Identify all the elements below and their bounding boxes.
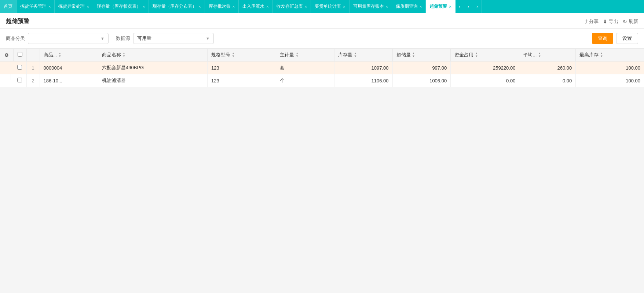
nav-inventory-status[interactable]: 现存量（库存状况表） × bbox=[93, 0, 149, 13]
row-stock: 1106.00 bbox=[334, 74, 392, 87]
datasource-filter-group: 数据源 可用量 ▼ bbox=[116, 33, 214, 44]
close-icon[interactable]: × bbox=[420, 4, 422, 9]
sort-icon: ▲▼ bbox=[412, 52, 415, 58]
query-button[interactable]: 查询 bbox=[592, 33, 613, 44]
row-checkbox[interactable] bbox=[17, 65, 22, 70]
close-icon[interactable]: × bbox=[48, 4, 51, 9]
export-icon: ⬇ bbox=[603, 19, 607, 25]
sort-icon: ▲▼ bbox=[475, 52, 478, 58]
close-icon[interactable]: × bbox=[305, 4, 307, 9]
col-product-code[interactable]: 商品... ▲▼ bbox=[40, 49, 98, 62]
sort-icon: ▲▼ bbox=[600, 52, 603, 58]
close-icon[interactable]: × bbox=[343, 4, 345, 9]
nav-prev-arrow[interactable]: ‹ bbox=[455, 0, 464, 13]
row-stock: 1097.00 bbox=[334, 62, 392, 74]
refresh-button[interactable]: ↻ 刷新 bbox=[623, 18, 638, 25]
category-label: 商品分类 bbox=[6, 35, 25, 42]
column-settings-icon[interactable]: ⚙ bbox=[4, 52, 9, 58]
nav-summary[interactable]: 收发存汇总表 × bbox=[273, 0, 311, 13]
nav-order-stats[interactable]: 要货单统计表 × bbox=[311, 0, 349, 13]
row-unit: 套 bbox=[276, 62, 334, 74]
row-spec: 123 bbox=[208, 62, 276, 74]
close-icon[interactable]: × bbox=[449, 4, 451, 9]
row-overstock: 997.00 bbox=[392, 62, 451, 74]
table-container: ⚙ 商品... ▲▼ 商品名称 bbox=[0, 49, 644, 87]
sort-icon: ▲▼ bbox=[58, 52, 61, 58]
row-checkbox-cell[interactable] bbox=[13, 62, 26, 74]
nav-shelf-life[interactable]: 保质期查询 × bbox=[392, 0, 426, 13]
nav-more-arrow[interactable]: › bbox=[473, 0, 482, 13]
header-actions: ⤴ 分享 ⬇ 导出 ↻ 刷新 bbox=[585, 18, 638, 25]
select-all-checkbox[interactable] bbox=[18, 52, 22, 57]
row-settings-cell bbox=[0, 74, 11, 80]
chevron-down-icon: ▼ bbox=[100, 36, 105, 41]
close-icon[interactable]: × bbox=[198, 4, 201, 9]
table-row: 1 0000004 六配套新昌490BPG 123 套 1097.00 997.… bbox=[0, 62, 644, 74]
col-unit[interactable]: 主计量 ▲▼ bbox=[276, 49, 334, 62]
col-product-name[interactable]: 商品名称 ▲▼ bbox=[98, 49, 208, 62]
share-icon: ⤴ bbox=[585, 19, 588, 25]
top-nav: 首页 拣货任务管理 × 拣货异常处理 × 现存量（库存状况表） × 现存量（库存… bbox=[0, 0, 644, 13]
col-avg[interactable]: 平均... ▲▼ bbox=[519, 49, 576, 62]
nav-next-arrow[interactable]: › bbox=[464, 0, 473, 13]
row-avg: 260.00 bbox=[519, 62, 576, 74]
col-rownum bbox=[26, 49, 40, 62]
table-header-row: ⚙ 商品... ▲▼ 商品名称 bbox=[0, 49, 644, 62]
filter-area: 商品分类 ▼ 数据源 可用量 ▼ 查询 设置 bbox=[0, 29, 644, 49]
close-icon[interactable]: × bbox=[386, 4, 388, 9]
sort-icon: ▲▼ bbox=[296, 52, 299, 58]
close-icon[interactable]: × bbox=[143, 4, 145, 9]
row-settings-cell bbox=[0, 62, 11, 67]
row-overstock: 1006.00 bbox=[392, 74, 451, 87]
row-spec: 123 bbox=[208, 74, 276, 87]
nav-available-stock[interactable]: 可用量库存账本 × bbox=[350, 0, 392, 13]
row-capital: 259220.00 bbox=[451, 62, 519, 74]
data-table: ⚙ 商品... ▲▼ 商品名称 bbox=[0, 49, 644, 87]
filter-actions: 查询 设置 bbox=[592, 33, 638, 44]
table-row: 2 186-10... 机油滤清器 123 个 1106.00 1006.00 … bbox=[0, 74, 644, 87]
col-settings[interactable]: ⚙ bbox=[0, 49, 13, 62]
export-button[interactable]: ⬇ 导出 bbox=[603, 18, 618, 25]
close-icon[interactable]: × bbox=[233, 4, 235, 9]
nav-inventory-dist[interactable]: 现存量（库存分布表） × bbox=[149, 0, 205, 13]
share-button[interactable]: ⤴ 分享 bbox=[585, 18, 599, 25]
close-icon[interactable]: × bbox=[87, 4, 89, 9]
refresh-icon: ↻ bbox=[623, 19, 627, 25]
row-product-name: 机油滤清器 bbox=[98, 74, 208, 87]
row-unit: 个 bbox=[276, 74, 334, 87]
row-product-code: 0000004 bbox=[40, 62, 98, 74]
col-capital[interactable]: 资金占用 ▲▼ bbox=[451, 49, 519, 62]
col-max-stock[interactable]: 最高库存 ▲▼ bbox=[576, 49, 644, 62]
datasource-select[interactable]: 可用量 ▼ bbox=[133, 33, 214, 44]
category-filter-group: 商品分类 ▼ bbox=[6, 33, 109, 44]
sort-icon: ▲▼ bbox=[354, 52, 357, 58]
page-header: 超储预警 ⤴ 分享 ⬇ 导出 ↻ 刷新 bbox=[0, 13, 644, 29]
settings-button[interactable]: 设置 bbox=[616, 33, 638, 44]
row-max-stock: 100.00 bbox=[576, 62, 644, 74]
close-icon[interactable]: × bbox=[266, 4, 268, 9]
row-checkbox[interactable] bbox=[17, 78, 22, 82]
row-product-code: 186-10... bbox=[40, 74, 98, 87]
sort-icon: ▲▼ bbox=[232, 52, 235, 58]
col-spec[interactable]: 规格型号 ▲▼ bbox=[208, 49, 276, 62]
nav-overstock[interactable]: 超储预警 × bbox=[426, 0, 455, 13]
datasource-select-value: 可用量 bbox=[137, 35, 151, 42]
nav-home[interactable]: 首页 bbox=[0, 0, 17, 13]
col-overstock[interactable]: 超储量 ▲▼ bbox=[392, 49, 451, 62]
row-checkbox-cell[interactable] bbox=[13, 74, 26, 87]
nav-batch-account[interactable]: 库存批次账 × bbox=[205, 0, 239, 13]
category-select[interactable]: ▼ bbox=[28, 33, 109, 44]
row-max-stock: 100.00 bbox=[576, 74, 644, 87]
datasource-label: 数据源 bbox=[116, 35, 130, 42]
col-stock[interactable]: 库存量 ▲▼ bbox=[334, 49, 392, 62]
row-product-name: 六配套新昌490BPG bbox=[98, 62, 208, 74]
nav-abnormal[interactable]: 拣货异常处理 × bbox=[55, 0, 93, 13]
nav-task-mgmt[interactable]: 拣货任务管理 × bbox=[17, 0, 55, 13]
chevron-down-icon: ▼ bbox=[206, 36, 210, 41]
col-checkbox bbox=[13, 49, 26, 62]
page-title: 超储预警 bbox=[6, 18, 29, 25]
row-avg: 0.00 bbox=[519, 74, 576, 87]
page-container: 超储预警 ⤴ 分享 ⬇ 导出 ↻ 刷新 商品分类 ▼ 数据源 bbox=[0, 13, 644, 87]
nav-inout-flow[interactable]: 出入库流水 × bbox=[239, 0, 272, 13]
row-num: 1 bbox=[26, 62, 40, 74]
